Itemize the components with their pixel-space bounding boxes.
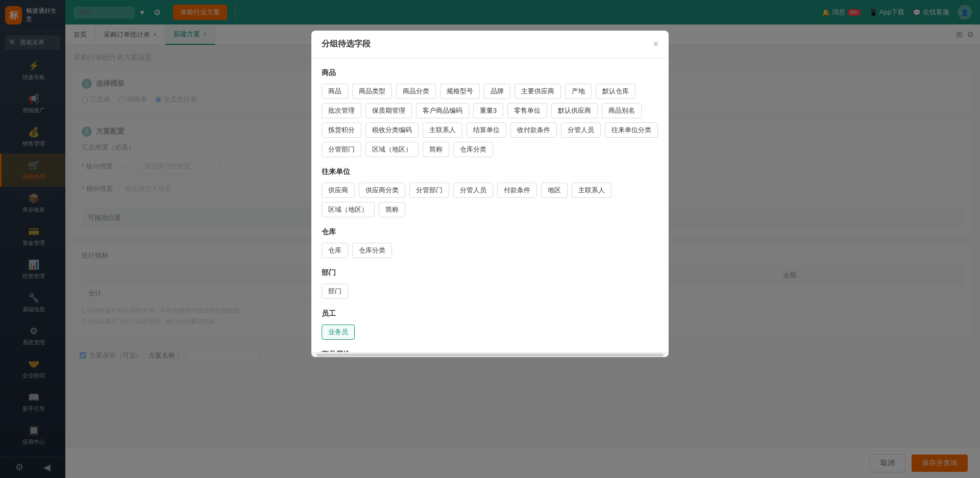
section-bumen-tags: 部门 xyxy=(322,284,658,299)
field-tag-jianhuo[interactable]: 拣货积分 xyxy=(322,122,361,138)
field-tag-pinpai[interactable]: 品牌 xyxy=(484,84,510,99)
field-tag-fenguan-dept2[interactable]: 分管部门 xyxy=(409,183,449,198)
field-tag-fukuantiaojian[interactable]: 付款条件 xyxy=(497,183,537,198)
field-tag-yewuyuan[interactable]: 业务员 xyxy=(322,324,355,340)
field-tag-lingshou[interactable]: 零售单位 xyxy=(507,103,547,118)
section-wanglai: 往来单位 供应商 供应商分类 分管部门 分管人员 付款条件 地区 主联系人 区域… xyxy=(322,167,658,217)
field-tag-cangkufenlei[interactable]: 仓库分类 xyxy=(453,142,493,157)
modal-horizontal-scrollbar[interactable] xyxy=(311,352,669,357)
field-tag-guigexinghao[interactable]: 规格型号 xyxy=(440,84,480,99)
field-tag-fenguan-dept[interactable]: 分管部门 xyxy=(322,142,361,157)
section-shangpin: 商品 商品 商品类型 商品分类 规格型号 品牌 主要供应商 产地 默认仓库 批次… xyxy=(322,68,658,157)
field-tag-zhuyaogongying[interactable]: 主要供应商 xyxy=(514,84,561,99)
field-tag-cangku[interactable]: 仓库 xyxy=(322,243,348,258)
field-tag-diqu[interactable]: 地区 xyxy=(541,183,568,198)
overlay: 分组待选字段 × 商品 商品 商品类型 商品分类 规格型号 品牌 主要供应商 产… xyxy=(0,0,980,478)
field-tag-jiancheng2[interactable]: 简称 xyxy=(379,202,405,217)
modal-header: 分组待选字段 × xyxy=(311,31,669,58)
field-tag-zhongliang[interactable]: 重量3 xyxy=(473,103,503,118)
section-cangku: 仓库 仓库 仓库分类 xyxy=(322,228,658,258)
field-tag-fenguan2[interactable]: 分管人员 xyxy=(453,183,493,198)
field-tag-gongyingshang[interactable]: 供应商 xyxy=(322,183,355,198)
field-tag-quyu2[interactable]: 区域（地区） xyxy=(322,202,375,217)
field-tag-biemeng[interactable]: 商品别名 xyxy=(602,103,642,118)
field-tag-shuishou[interactable]: 税收分类编码 xyxy=(365,122,419,138)
field-tag-morencangku[interactable]: 默认仓库 xyxy=(596,84,635,99)
field-tag-kehubianma[interactable]: 客户商品编码 xyxy=(416,103,469,118)
section-yuangong: 员工 业务员 xyxy=(322,309,658,340)
field-tag-jiancheng[interactable]: 简称 xyxy=(423,142,449,157)
section-shangpin-title: 商品 xyxy=(322,68,658,78)
modal-hscroll-thumb xyxy=(316,354,664,357)
field-tag-shangpinleixing[interactable]: 商品类型 xyxy=(352,84,392,99)
modal-title: 分组待选字段 xyxy=(322,39,371,49)
field-tag-gongyingfenlei[interactable]: 供应商分类 xyxy=(359,183,405,198)
section-bumen-title: 部门 xyxy=(322,268,658,278)
field-tag-morengongying[interactable]: 默认供应商 xyxy=(551,103,598,118)
field-tag-shangpinfenlei[interactable]: 商品分类 xyxy=(396,84,436,99)
modal: 分组待选字段 × 商品 商品 商品类型 商品分类 规格型号 品牌 主要供应商 产… xyxy=(311,31,669,357)
field-tag-bumen[interactable]: 部门 xyxy=(322,284,348,299)
modal-body[interactable]: 商品 商品 商品类型 商品分类 规格型号 品牌 主要供应商 产地 默认仓库 批次… xyxy=(311,58,669,352)
field-tag-shangpin[interactable]: 商品 xyxy=(322,84,348,99)
section-shangpin-tags: 商品 商品类型 商品分类 规格型号 品牌 主要供应商 产地 默认仓库 批次管理 … xyxy=(322,84,658,157)
field-tag-cangkufenlei2[interactable]: 仓库分类 xyxy=(352,243,392,258)
section-cangku-tags: 仓库 仓库分类 xyxy=(322,243,658,258)
section-yuangong-title: 员工 xyxy=(322,309,658,318)
field-tag-baozhi[interactable]: 保质期管理 xyxy=(365,103,412,118)
field-tag-piciguanli[interactable]: 批次管理 xyxy=(322,103,361,118)
section-wanglai-title: 往来单位 xyxy=(322,167,658,177)
section-bumen: 部门 部门 xyxy=(322,268,658,299)
section-yuangong-tags: 业务员 xyxy=(322,324,658,340)
section-wanglai-tags: 供应商 供应商分类 分管部门 分管人员 付款条件 地区 主联系人 区域（地区） … xyxy=(322,183,658,217)
field-tag-zhulianxiren2[interactable]: 主联系人 xyxy=(572,183,611,198)
field-tag-fenguan[interactable]: 分管人员 xyxy=(561,122,601,138)
modal-close-button[interactable]: × xyxy=(653,39,658,49)
field-tag-jiesuandanwei[interactable]: 结算单位 xyxy=(467,122,506,138)
section-cangku-title: 仓库 xyxy=(322,228,658,237)
field-tag-quyu[interactable]: 区域（地区） xyxy=(365,142,419,157)
field-tag-zhulianxiren[interactable]: 主联系人 xyxy=(423,122,462,138)
field-tag-wanglaifenlei[interactable]: 往来单位分类 xyxy=(605,122,658,138)
field-tag-shoufukuan[interactable]: 收付款条件 xyxy=(510,122,557,138)
field-tag-chandi[interactable]: 产地 xyxy=(565,84,592,99)
